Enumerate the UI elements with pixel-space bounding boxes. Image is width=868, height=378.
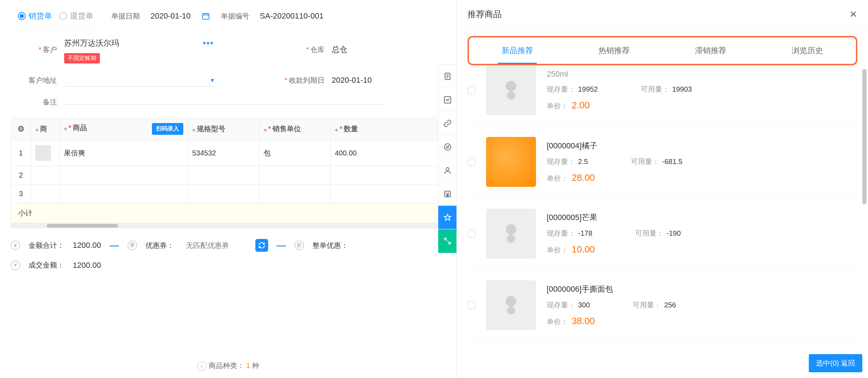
svg-point-10 bbox=[506, 296, 516, 306]
stock-value: 19952 bbox=[578, 85, 598, 93]
col-unit[interactable]: ◆*销售单位 bbox=[259, 118, 331, 140]
customer-input[interactable]: 苏州万达沃尔玛 ••• bbox=[64, 36, 214, 51]
refresh-coupon-button[interactable] bbox=[255, 239, 268, 252]
selected-return-button[interactable]: 选中(0) 返回 bbox=[809, 354, 862, 372]
svg-point-7 bbox=[507, 91, 515, 99]
item-checkbox[interactable] bbox=[468, 86, 475, 94]
warehouse-value: 总仓 bbox=[332, 44, 347, 55]
warehouse-input[interactable]: 总仓 bbox=[332, 42, 446, 57]
row-spec[interactable] bbox=[188, 166, 259, 185]
row-product[interactable] bbox=[60, 185, 188, 203]
item-name: [0000006]手撕面包 bbox=[547, 284, 857, 295]
rail-swap-icon[interactable] bbox=[438, 135, 457, 159]
kinds-label: 商品种类： bbox=[209, 362, 244, 369]
price-label: 单价： bbox=[547, 318, 568, 326]
rail-doc-icon[interactable] bbox=[438, 65, 457, 88]
row-unit[interactable]: 包 bbox=[259, 140, 331, 166]
row-spec[interactable]: 534532 bbox=[188, 140, 259, 166]
scan-input-button[interactable]: 扫码录入 bbox=[152, 123, 183, 135]
rail-expand-icon[interactable] bbox=[438, 229, 457, 253]
col-product[interactable]: ◆*商品扫码录入 bbox=[60, 118, 188, 140]
table-row[interactable]: 1果倍爽534532包400.00 bbox=[11, 140, 446, 166]
row-qty[interactable] bbox=[331, 166, 446, 185]
coupon-input[interactable] bbox=[183, 239, 247, 252]
currency-icon: ¥ bbox=[11, 241, 20, 250]
customer-lookup-icon[interactable]: ••• bbox=[203, 38, 214, 48]
return-order-radio[interactable]: 退货单 bbox=[59, 11, 93, 21]
avail-value: 256 bbox=[664, 301, 676, 309]
remark-input[interactable] bbox=[64, 100, 385, 104]
stock-label: 现存量： bbox=[547, 85, 575, 93]
item-name: 250ml bbox=[547, 70, 857, 79]
vertical-scrollbar[interactable] bbox=[862, 69, 867, 204]
rail-link-icon[interactable] bbox=[438, 112, 457, 135]
doc-date-label: 单据日期 bbox=[111, 11, 140, 21]
sales-order-radio[interactable]: 销货单 bbox=[18, 11, 52, 21]
row-thumb bbox=[31, 166, 60, 185]
row-qty[interactable]: 400.00 bbox=[331, 140, 446, 166]
radio-unchecked-icon bbox=[59, 12, 67, 20]
chevron-down-icon[interactable]: ▾ bbox=[211, 76, 214, 84]
rail-star-icon[interactable] bbox=[438, 206, 457, 229]
col-gear[interactable]: ⚙ bbox=[11, 118, 31, 140]
price-value: 2.00 bbox=[572, 100, 590, 111]
recommend-panel-title: 推荐商品 bbox=[468, 9, 502, 20]
discount-label: 整单优惠： bbox=[312, 241, 348, 250]
tab-slow-products[interactable]: 滞销推荐 bbox=[663, 40, 759, 61]
stock-label: 现存量： bbox=[547, 229, 575, 237]
item-checkbox[interactable] bbox=[468, 158, 475, 166]
tab-history[interactable]: 浏览历史 bbox=[759, 40, 856, 61]
tab-hot-products[interactable]: 热销推荐 bbox=[566, 40, 662, 61]
row-unit[interactable] bbox=[259, 185, 331, 203]
avail-value: -681.5 bbox=[662, 158, 683, 165]
amount-total-value: 1200.00 bbox=[73, 241, 101, 250]
sales-order-label: 销货单 bbox=[29, 11, 52, 21]
radio-checked-icon bbox=[18, 12, 26, 20]
row-thumb bbox=[31, 140, 60, 166]
svg-point-11 bbox=[507, 306, 515, 315]
final-amount-value: 1200.00 bbox=[73, 261, 101, 270]
recommend-tabs: 新品推荐 热销推荐 滞销推荐 浏览历史 bbox=[468, 36, 857, 65]
coupon-icon: 券 bbox=[128, 241, 137, 250]
subtotal-label: 小计 bbox=[11, 203, 446, 223]
col-qty[interactable]: ◆*数量 bbox=[331, 118, 446, 140]
avail-value: -190 bbox=[667, 229, 681, 237]
price-label: 单价： bbox=[547, 102, 568, 110]
svg-point-6 bbox=[506, 81, 516, 91]
rail-user-icon[interactable] bbox=[438, 159, 457, 182]
rail-currency-icon[interactable] bbox=[438, 182, 457, 206]
price-value: 28.00 bbox=[572, 172, 595, 183]
svg-point-9 bbox=[507, 235, 515, 243]
horizontal-scrollbar[interactable] bbox=[11, 223, 446, 228]
coupon-label: 优惠券： bbox=[145, 241, 174, 250]
table-row[interactable]: 3 bbox=[11, 185, 446, 203]
item-image bbox=[486, 65, 536, 115]
calendar-icon[interactable] bbox=[201, 12, 210, 20]
side-icon-rail bbox=[438, 64, 457, 253]
col-spec[interactable]: ◆规格型号 bbox=[188, 118, 259, 140]
minus-icon: — bbox=[110, 240, 119, 251]
doc-date-value[interactable]: 2020-01-10 bbox=[150, 11, 191, 21]
col-thumb[interactable]: ◆商 bbox=[31, 118, 60, 140]
row-spec[interactable] bbox=[188, 185, 259, 203]
item-image bbox=[486, 280, 536, 330]
final-amount-icon: ￥ bbox=[11, 261, 20, 270]
rail-chart-icon[interactable] bbox=[438, 88, 457, 112]
item-checkbox[interactable] bbox=[468, 301, 475, 309]
row-product[interactable] bbox=[60, 166, 188, 185]
avail-label: 可用量： bbox=[631, 158, 659, 165]
item-checkbox[interactable] bbox=[468, 230, 475, 237]
close-icon[interactable]: ✕ bbox=[849, 9, 857, 20]
tab-new-products[interactable]: 新品推荐 bbox=[469, 40, 566, 61]
row-product[interactable]: 果倍爽 bbox=[60, 140, 188, 166]
gear-icon: ⚙ bbox=[17, 124, 25, 133]
customer-label: *客户 bbox=[11, 45, 57, 55]
price-value: 38.00 bbox=[572, 316, 595, 326]
row-qty[interactable] bbox=[331, 185, 446, 203]
row-unit[interactable] bbox=[259, 166, 331, 185]
address-input[interactable]: ▾ bbox=[64, 74, 214, 87]
table-row[interactable]: 2 bbox=[11, 166, 446, 185]
due-date-input[interactable]: 2020-01-10 bbox=[332, 73, 446, 87]
footer-summary: i 商品种类： 1 种 bbox=[0, 361, 456, 371]
price-label: 单价： bbox=[547, 174, 568, 182]
